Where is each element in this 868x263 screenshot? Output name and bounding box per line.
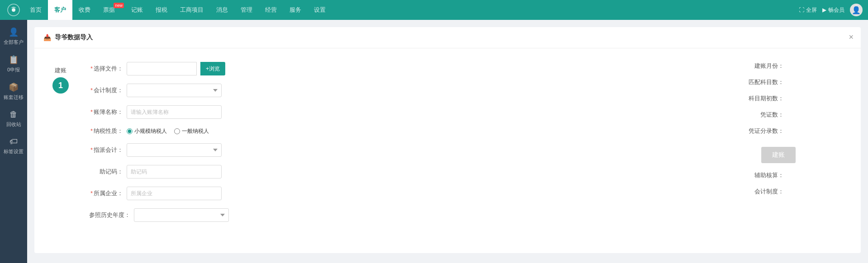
nav-item-bookkeeping[interactable]: 记账: [125, 0, 149, 20]
step-badge: 1: [52, 77, 69, 94]
card-title: 导爷数据导入: [55, 33, 93, 42]
memo-input[interactable]: [127, 165, 222, 178]
tax-type-radio-group: 小规模纳税人 一般纳税人: [127, 127, 209, 135]
info-accounting-system-label: 会计制度：: [743, 188, 784, 196]
sidebar-item-all-customers[interactable]: 👤 全部客户: [1, 23, 26, 49]
svg-point-1: [12, 8, 15, 12]
required-star4: *: [90, 127, 93, 134]
logo: [4, 0, 24, 20]
nav-item-customers[interactable]: 客户: [48, 0, 72, 20]
accounting-system-label: *会计制度：: [87, 86, 123, 94]
ledger-name-input[interactable]: [127, 105, 222, 119]
voucher-entries-row: 凭证分录数：: [743, 127, 843, 135]
fullscreen-icon: ⛶: [799, 7, 804, 13]
company-label: *所属企业：: [87, 189, 123, 197]
auxiliary-label: 辅助核算：: [743, 171, 784, 179]
card-body: 建账 1 *选择文件： +浏览: [34, 48, 861, 244]
nav-item-settings[interactable]: 设置: [308, 0, 332, 20]
ledger-name-row: *账簿名称：: [87, 105, 725, 119]
avatar[interactable]: 👤: [850, 4, 863, 16]
nav-item-operations[interactable]: 经营: [259, 0, 283, 20]
voucher-count-row: 凭证数：: [743, 111, 843, 119]
small-taxpayer-radio[interactable]: 小规模纳税人: [127, 127, 167, 135]
nav-item-services[interactable]: 服务: [283, 0, 308, 20]
voucher-entries-label: 凭证分录数：: [743, 127, 784, 135]
company-row: *所属企业：: [87, 187, 725, 200]
step-section: 建账 1: [52, 62, 69, 230]
memo-label: 助记码：: [87, 168, 123, 176]
zero-report-icon: 📋: [9, 55, 19, 65]
nav-right: ⛶ 全屏 ▶ 畅会员 👤: [799, 4, 868, 16]
tax-type-label: *纳税性质：: [87, 127, 123, 135]
required-star5: *: [90, 146, 93, 153]
import-icon: 📥: [43, 34, 51, 41]
general-taxpayer-radio[interactable]: 一般纳税人: [174, 127, 209, 135]
step-label: 建账: [55, 66, 66, 75]
history-year-select[interactable]: [134, 208, 229, 222]
new-badge: new: [114, 3, 124, 8]
sidebar: 👤 全部客户 📋 0申报 📦 账套迁移 🗑 回收站 🏷 标签设置: [0, 20, 27, 263]
card-header: 📥 导爷数据导入: [34, 27, 861, 48]
info-section: 建账月份： 匹配科目数： 科目期初数： 凭证数：: [743, 62, 843, 230]
required-star2: *: [90, 87, 93, 94]
migration-icon: 📦: [9, 82, 19, 92]
form-section: *选择文件： +浏览 *会计制度：: [87, 62, 725, 230]
company-input[interactable]: [127, 187, 222, 200]
sidebar-item-trash[interactable]: 🗑 回收站: [1, 106, 26, 132]
build-account-button[interactable]: 建账: [761, 147, 796, 163]
build-month-label: 建账月份：: [743, 62, 784, 70]
ledger-name-label: *账簿名称：: [87, 108, 123, 116]
trash-icon: 🗑: [9, 110, 18, 119]
tax-type-row: *纳税性质： 小规模纳税人 一般纳税人: [87, 127, 725, 135]
memo-row: 助记码：: [87, 165, 725, 178]
file-row: *选择文件： +浏览: [87, 62, 725, 75]
history-year-row: 参照历史年度：: [87, 208, 725, 222]
file-label: *选择文件：: [87, 65, 123, 73]
vip-button[interactable]: ▶ 畅会员: [822, 6, 844, 14]
layout: 👤 全部客户 📋 0申报 📦 账套迁移 🗑 回收站 🏷 标签设置 📥 导爷数据导…: [0, 20, 868, 263]
required-star: *: [90, 65, 93, 72]
accountant-select[interactable]: [127, 143, 222, 157]
top-nav: 首页 客户 收费 票据 new 记账 报税 工商项目 消息 管理 经营 服务 设…: [0, 0, 868, 20]
accounting-system-row: *会计制度：: [87, 84, 725, 97]
main-content: 📥 导爷数据导入 × 建账 1 *选择文件：: [27, 20, 868, 263]
avatar-icon: 👤: [852, 6, 861, 14]
accountant-label: *指派会计：: [87, 146, 123, 154]
sidebar-item-zero-report[interactable]: 📋 0申报: [1, 51, 26, 77]
vip-icon: ▶: [822, 7, 826, 13]
history-year-label: 参照历史年度：: [87, 211, 130, 219]
nav-item-home[interactable]: 首页: [24, 0, 48, 20]
fullscreen-button[interactable]: ⛶ 全屏: [799, 6, 817, 14]
sidebar-item-label-settings[interactable]: 🏷 标签设置: [1, 133, 26, 159]
period-init-row: 科目期初数：: [743, 94, 843, 103]
required-star3: *: [90, 108, 93, 115]
nav-items: 首页 客户 收费 票据 new 记账 报税 工商项目 消息 管理 经营 服务 设…: [24, 0, 799, 20]
info-accounting-system-row: 会计制度：: [743, 188, 843, 196]
build-month-row: 建账月份：: [743, 62, 843, 70]
required-star6: *: [90, 190, 93, 197]
all-customers-icon: 👤: [9, 27, 19, 37]
browse-button[interactable]: +浏览: [200, 62, 225, 75]
close-button[interactable]: ×: [849, 33, 854, 42]
sidebar-item-migration[interactable]: 📦 账套迁移: [1, 79, 26, 104]
match-subjects-label: 匹配科目数：: [743, 78, 784, 86]
import-card: 📥 导爷数据导入 × 建账 1 *选择文件：: [34, 27, 861, 253]
nav-item-manage[interactable]: 管理: [234, 0, 259, 20]
auxiliary-row: 辅助核算：: [743, 171, 843, 179]
nav-item-messages[interactable]: 消息: [210, 0, 234, 20]
voucher-count-label: 凭证数：: [743, 111, 784, 119]
match-subjects-row: 匹配科目数：: [743, 78, 843, 86]
nav-item-fees[interactable]: 收费: [72, 0, 97, 20]
accounting-system-select[interactable]: [127, 84, 222, 97]
nav-item-business[interactable]: 工商项目: [174, 0, 210, 20]
label-settings-icon: 🏷: [9, 137, 18, 146]
file-input[interactable]: [127, 62, 197, 75]
accountant-row: *指派会计：: [87, 143, 725, 157]
nav-item-tax[interactable]: 报税: [149, 0, 174, 20]
period-init-label: 科目期初数：: [743, 94, 784, 103]
nav-item-invoices[interactable]: 票据 new: [97, 0, 125, 20]
